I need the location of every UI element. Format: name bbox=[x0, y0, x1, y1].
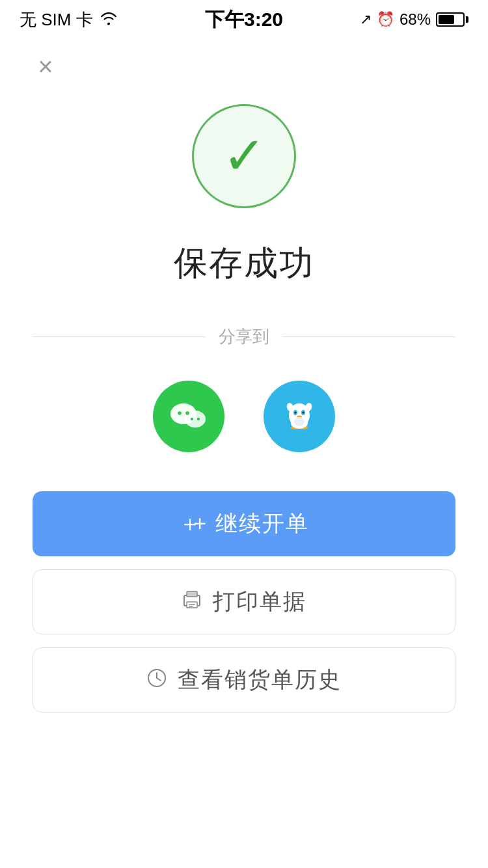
svg-point-4 bbox=[191, 418, 193, 420]
svg-rect-21 bbox=[189, 604, 195, 605]
print-button[interactable]: 打印单据 bbox=[33, 569, 455, 634]
share-section: 分享到 bbox=[33, 325, 455, 452]
status-left: 无 SIM 卡 bbox=[20, 8, 118, 31]
wechat-icon bbox=[167, 394, 211, 439]
status-right: ↗ ⏰ 68% bbox=[360, 10, 468, 29]
divider-left bbox=[33, 336, 206, 337]
main-content: ✓ 保存成功 分享到 bbox=[0, 39, 488, 868]
success-circle: ✓ bbox=[192, 104, 296, 208]
wechat-share-button[interactable] bbox=[153, 381, 224, 452]
actions: ＋ + 继续开单 打印单据 bbox=[33, 491, 455, 712]
svg-point-10 bbox=[303, 412, 305, 414]
location-icon: ↗ bbox=[360, 11, 372, 28]
svg-point-3 bbox=[185, 411, 189, 415]
status-time: 下午3:20 bbox=[205, 7, 283, 33]
svg-line-25 bbox=[157, 678, 161, 681]
wifi-icon bbox=[100, 10, 118, 30]
history-label: 查看销货单历史 bbox=[178, 665, 342, 695]
divider-row: 分享到 bbox=[33, 325, 455, 348]
svg-point-2 bbox=[178, 411, 182, 415]
no-sim-text: 无 SIM 卡 bbox=[20, 8, 93, 31]
print-label: 打印单据 bbox=[213, 587, 306, 617]
history-button[interactable]: 查看销货单历史 bbox=[33, 647, 455, 712]
success-title: 保存成功 bbox=[174, 241, 314, 286]
svg-point-9 bbox=[295, 412, 297, 414]
continue-button[interactable]: ＋ + 继续开单 bbox=[33, 491, 455, 556]
svg-point-5 bbox=[197, 418, 200, 420]
battery-icon bbox=[436, 12, 468, 27]
qq-share-button[interactable] bbox=[264, 381, 335, 452]
checkmark-icon: ✓ bbox=[223, 130, 266, 182]
continue-label: + 继续开单 bbox=[193, 509, 308, 539]
battery-percent: 68% bbox=[400, 10, 431, 29]
svg-rect-19 bbox=[187, 591, 197, 597]
alarm-icon: ⏰ bbox=[377, 11, 394, 28]
svg-rect-22 bbox=[189, 606, 193, 607]
share-icons bbox=[153, 381, 335, 452]
status-bar: 无 SIM 卡 下午3:20 ↗ ⏰ 68% bbox=[0, 0, 488, 39]
svg-point-17 bbox=[294, 417, 305, 426]
divider-right bbox=[282, 336, 455, 337]
print-icon bbox=[182, 590, 202, 614]
qq-icon bbox=[280, 397, 319, 436]
share-label: 分享到 bbox=[219, 325, 269, 348]
history-icon bbox=[146, 668, 167, 693]
